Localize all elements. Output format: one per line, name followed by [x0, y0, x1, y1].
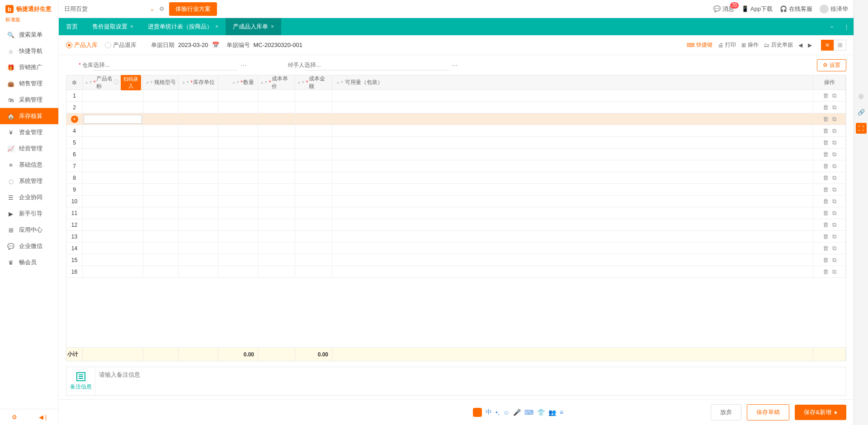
table-row[interactable]: 9🗑⧉: [66, 184, 846, 196]
nav-item-12[interactable]: ⊞应用中心: [0, 222, 58, 238]
copy-icon[interactable]: ⧉: [832, 268, 836, 276]
cell-qty[interactable]: [218, 113, 258, 125]
delete-icon[interactable]: 🗑: [823, 233, 829, 240]
close-icon[interactable]: ×: [130, 23, 133, 30]
copy-icon[interactable]: ⧉: [832, 116, 836, 123]
warehouse-input[interactable]: [93, 60, 238, 70]
cell-qty[interactable]: [218, 137, 258, 148]
cell-available[interactable]: [332, 149, 813, 160]
nav-item-14[interactable]: ♛畅会员: [0, 254, 58, 271]
cell-qty[interactable]: [218, 243, 258, 254]
cell-unit[interactable]: [179, 160, 218, 172]
cell-spec[interactable]: [143, 207, 179, 219]
col-price[interactable]: ▲▼*成本单价: [258, 75, 295, 89]
col-available[interactable]: ▲▼可用量（包装）: [332, 75, 813, 89]
table-row[interactable]: 11🗑⧉: [66, 207, 846, 219]
cell-amount[interactable]: [295, 137, 332, 148]
cell-unit[interactable]: [179, 125, 218, 136]
cell-amount[interactable]: [295, 266, 332, 277]
cell-unit[interactable]: [179, 243, 218, 254]
table-row[interactable]: 16🗑⧉: [66, 266, 846, 278]
cell-product[interactable]: [83, 207, 143, 219]
delete-icon[interactable]: 🗑: [823, 221, 829, 228]
cell-available[interactable]: [332, 184, 813, 195]
delete-icon[interactable]: 🗑: [823, 174, 829, 181]
cell-unit[interactable]: [179, 219, 218, 230]
cell-spec[interactable]: [143, 172, 179, 183]
cell-amount[interactable]: [295, 102, 332, 113]
cell-available[interactable]: [332, 90, 813, 101]
table-row[interactable]: 10🗑⧉: [66, 196, 846, 207]
cell-product[interactable]: [83, 125, 143, 136]
delete-icon[interactable]: 🗑: [823, 245, 829, 252]
col-spec[interactable]: ▲▼规格型号: [143, 75, 179, 89]
cell-spec[interactable]: [143, 243, 179, 254]
cell-spec[interactable]: [143, 90, 179, 101]
cell-amount[interactable]: [295, 90, 332, 101]
cell-amount[interactable]: [295, 219, 332, 230]
cell-amount[interactable]: [295, 172, 332, 183]
delete-icon[interactable]: 🗑: [823, 210, 829, 216]
cell-product[interactable]: [83, 160, 143, 172]
cell-product[interactable]: [83, 90, 143, 101]
table-row[interactable]: 13🗑⧉: [66, 231, 846, 243]
handler-input[interactable]: [304, 60, 449, 70]
cell-unit[interactable]: [179, 172, 218, 183]
table-row[interactable]: 12🗑⧉: [66, 219, 846, 231]
cell-product[interactable]: [83, 149, 143, 160]
cell-qty[interactable]: [218, 184, 258, 195]
cell-product[interactable]: [83, 196, 143, 207]
nav-item-6[interactable]: ¥资金管理: [0, 124, 58, 140]
save-new-button[interactable]: 保存&新增▾: [795, 405, 846, 420]
cell-qty[interactable]: [218, 125, 258, 136]
cell-amount[interactable]: [295, 160, 332, 172]
cell-amount[interactable]: [295, 149, 332, 160]
table-row[interactable]: 1🗑⧉: [66, 90, 846, 102]
cell-available[interactable]: [332, 125, 813, 136]
print-link[interactable]: 🖨打印: [718, 41, 736, 49]
cell-unit[interactable]: [179, 266, 218, 277]
cell-spec[interactable]: [143, 231, 179, 242]
nav-item-7[interactable]: 📈经营管理: [0, 140, 58, 157]
rail-item-3[interactable]: ⛶: [856, 123, 867, 134]
nav-item-2[interactable]: 🎁营销推广: [0, 59, 58, 75]
cell-available[interactable]: [332, 207, 813, 219]
radio-product-out[interactable]: 产品退库: [105, 41, 137, 49]
ime-mic-icon[interactable]: 🎤: [513, 409, 521, 416]
cell-product[interactable]: [83, 184, 143, 195]
category-selector[interactable]: 日用百货 ⌄: [64, 5, 155, 13]
nav-item-3[interactable]: 👜销售管理: [0, 75, 58, 92]
cell-product[interactable]: [83, 113, 143, 125]
col-amount[interactable]: ▲▼*成本金额: [295, 75, 332, 89]
delete-icon[interactable]: 🗑: [823, 257, 829, 263]
tabs-menu-button[interactable]: ⋮: [839, 18, 854, 35]
cell-price[interactable]: [258, 125, 295, 136]
delete-icon[interactable]: 🗑: [823, 127, 829, 134]
cell-qty[interactable]: [218, 149, 258, 160]
user-menu[interactable]: 徐泽华: [820, 5, 848, 14]
cell-price[interactable]: [258, 196, 295, 207]
col-qty[interactable]: ▲▼*数量: [218, 75, 258, 89]
cell-qty[interactable]: [218, 196, 258, 207]
cell-spec[interactable]: [143, 102, 179, 113]
delete-icon[interactable]: 🗑: [823, 139, 829, 146]
delete-icon[interactable]: 🗑: [823, 268, 829, 275]
cell-spec[interactable]: [143, 125, 179, 136]
cell-qty[interactable]: [218, 207, 258, 219]
copy-icon[interactable]: ⧉: [832, 221, 836, 229]
cell-qty[interactable]: [218, 219, 258, 230]
cell-qty[interactable]: [218, 90, 258, 101]
rail-item-1[interactable]: ◎: [856, 90, 867, 101]
save-draft-button[interactable]: 保存草稿: [747, 404, 789, 420]
tab-0[interactable]: 首页: [59, 18, 85, 35]
cell-unit[interactable]: [179, 137, 218, 148]
cell-spec[interactable]: [143, 266, 179, 277]
cell-unit[interactable]: [179, 231, 218, 242]
close-icon[interactable]: ×: [271, 23, 274, 30]
cell-product[interactable]: [83, 266, 143, 277]
cell-price[interactable]: [258, 184, 295, 195]
nav-item-10[interactable]: ☰企业协同: [0, 189, 58, 205]
tab-2[interactable]: 进货单统计表（按商品）×: [141, 18, 226, 35]
cell-unit[interactable]: [179, 196, 218, 207]
grid-settings-cell[interactable]: ⚙: [66, 75, 83, 89]
